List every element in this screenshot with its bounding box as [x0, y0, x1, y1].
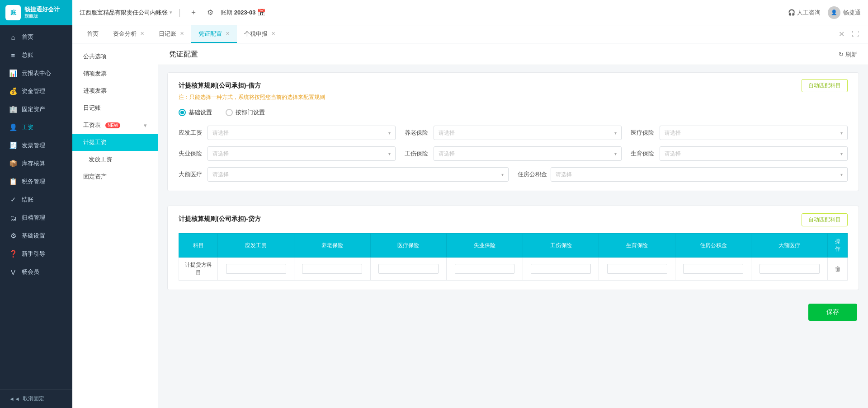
sidebar-item-guide-label: 新手引导	[22, 250, 45, 258]
left-menu-public[interactable]: 公共选项	[72, 48, 158, 65]
guide-icon: ❓	[9, 250, 17, 258]
period-selector[interactable]: 账期 2023-03 📅	[221, 9, 266, 17]
sidebar-item-inventory[interactable]: 📦 库存核算	[0, 155, 72, 173]
save-button[interactable]: 保存	[808, 304, 857, 321]
row-gongshang-input[interactable]	[531, 264, 591, 274]
row-yanglao-cell	[294, 258, 371, 281]
sidebar-toggle-btn[interactable]: ◄◄ 取消固定	[0, 389, 72, 408]
debit-auto-match-btn[interactable]: 自动匹配科目	[802, 79, 848, 92]
row-subject-label: 计提贷方科目	[179, 258, 218, 281]
row-delete-btn[interactable]: 🗑	[835, 265, 841, 272]
left-menu-payroll-disbursement[interactable]: 发放工资	[72, 151, 158, 168]
sidebar-item-settings[interactable]: ⚙ 基础设置	[0, 227, 72, 245]
sidebar-item-salary[interactable]: 👤 工资	[0, 118, 72, 136]
tab-voucher-close[interactable]: ✕	[226, 31, 230, 37]
logo-icon: 账	[5, 5, 21, 20]
field-shengyu-select[interactable]: 请选择 ▾	[660, 146, 848, 161]
support-btn[interactable]: 🎧 人工咨询	[788, 9, 821, 17]
sidebar-item-ledger[interactable]: ≡ 总账	[0, 46, 72, 64]
field-yingfa-gongzi: 应发工资 请选择 ▾	[179, 126, 396, 140]
tab-close-all-btn[interactable]: ✕	[837, 29, 846, 39]
col-yiliao: 医疗保险	[370, 234, 447, 258]
sidebar-item-assets[interactable]: 🏢 固定资产	[0, 100, 72, 118]
field-yingfa-select[interactable]: 请选择 ▾	[208, 126, 396, 140]
sidebar-item-inventory-label: 库存核算	[22, 159, 45, 168]
tab-funds[interactable]: 资金分析 ✕	[106, 25, 151, 43]
credit-table-header: 科目 应发工资 养老保险 医疗保险 失业保险 工伤保险 生育保险 住房公积金 大…	[179, 234, 848, 258]
new-badge: NEW	[105, 122, 120, 128]
main-area: 江西服宝精品有限责任公司内账张 ▾ | ＋ ⚙ 账期 2023-03 📅 🎧 人…	[72, 0, 868, 408]
sidebar-item-archive[interactable]: 🗂 归档管理	[0, 209, 72, 227]
field-yiliao-label: 医疗保险	[631, 129, 656, 137]
company-selector[interactable]: 江西服宝精品有限责任公司内账张 ▾	[80, 9, 172, 17]
field-gongshang-select[interactable]: 请选择 ▾	[434, 146, 622, 161]
field-daejiyiliao-select[interactable]: 请选择 ▾	[208, 167, 509, 182]
row-zhufang-input[interactable]	[683, 264, 743, 274]
left-menu-fixed-assets[interactable]: 固定资产	[72, 168, 158, 185]
sidebar-item-checkout-label: 结账	[22, 196, 33, 204]
row-yingfa-cell	[218, 258, 294, 281]
tab-tax[interactable]: 个税申报 ✕	[237, 25, 283, 43]
page-header: 凭证配置 ↻ 刷新	[158, 43, 868, 65]
invoice-icon: 🧾	[9, 141, 17, 150]
user-menu[interactable]: 👤 畅捷通	[828, 6, 861, 19]
left-menu-payroll-accrual[interactable]: 计提工资	[72, 134, 158, 151]
tab-voucher[interactable]: 凭证配置 ✕	[191, 25, 237, 43]
tab-journal-close[interactable]: ✕	[180, 31, 184, 37]
left-menu-purchase-invoice[interactable]: 进项发票	[72, 82, 158, 99]
col-yanglao: 养老保险	[294, 234, 371, 258]
tab-journal[interactable]: 日记账 ✕	[151, 25, 191, 43]
field-yiliao-arrow: ▾	[840, 131, 843, 136]
sidebar-item-checkout[interactable]: ✓ 结账	[0, 191, 72, 209]
debit-section-title: 计提核算规则(公司承担)-借方	[179, 82, 325, 90]
debit-fields-row2: 大额医疗 请选择 ▾ 住房公积金 请选择 ▾	[179, 167, 848, 182]
field-gongshang-label: 工伤保险	[405, 150, 430, 158]
left-menu-payroll-accrual-label: 计提工资	[83, 138, 107, 146]
toggle-icon: ◄◄	[9, 396, 20, 402]
left-menu-fixed-assets-label: 固定资产	[83, 173, 107, 181]
sidebar-item-tax[interactable]: 📋 税务管理	[0, 173, 72, 191]
field-yingfa-value: 请选择	[212, 129, 229, 137]
field-zhufang-select[interactable]: 请选择 ▾	[551, 167, 848, 182]
row-shiye-input[interactable]	[455, 264, 515, 274]
field-yiliao-select[interactable]: 请选择 ▾	[660, 126, 848, 140]
tab-expand-btn[interactable]: ⛶	[850, 29, 861, 39]
field-zhufang-gongjijin: 住房公积金 请选择 ▾	[518, 167, 848, 182]
radio-basic[interactable]: 基础设置	[179, 108, 212, 117]
sidebar-item-reports[interactable]: 📊 云报表中心	[0, 64, 72, 82]
sidebar-item-funds[interactable]: 💰 资金管理	[0, 82, 72, 100]
sidebar-item-guide[interactable]: ❓ 新手引导	[0, 245, 72, 263]
sidebar: 账 畅捷通好会计 旗舰版 ⌂ 首页 ≡ 总账 📊 云报表中心 💰 资金管理 🏢 …	[0, 0, 72, 408]
row-yanglao-input[interactable]	[302, 264, 362, 274]
field-shiye-select[interactable]: 请选择 ▾	[208, 146, 396, 161]
salary-icon: 👤	[9, 123, 17, 131]
row-daejiyiliao-input[interactable]	[760, 264, 820, 274]
field-zhufang-arrow: ▾	[840, 172, 843, 177]
row-zhufang-cell	[675, 258, 751, 281]
tab-funds-close[interactable]: ✕	[140, 31, 144, 37]
row-yingfa-input[interactable]	[226, 264, 286, 274]
left-menu-journal[interactable]: 日记账	[72, 99, 158, 117]
row-shengyu-input[interactable]	[607, 264, 667, 274]
sidebar-toggle-label: 取消固定	[23, 395, 44, 403]
radio-dept[interactable]: 按部门设置	[226, 108, 265, 117]
row-yiliao-input[interactable]	[378, 264, 439, 274]
field-yanglao-select[interactable]: 请选择 ▾	[434, 126, 622, 140]
refresh-btn[interactable]: ↻ 刷新	[839, 51, 857, 59]
tab-home[interactable]: 首页	[80, 25, 106, 43]
field-daejiyiliao-arrow: ▾	[501, 172, 504, 177]
add-company-btn[interactable]: ＋	[187, 7, 200, 18]
topbar: 江西服宝精品有限责任公司内账张 ▾ | ＋ ⚙ 账期 2023-03 📅 🎧 人…	[72, 0, 868, 25]
sidebar-item-vip[interactable]: V 畅会员	[0, 263, 72, 281]
sidebar-item-home[interactable]: ⌂ 首页	[0, 28, 72, 46]
settings-btn[interactable]: ⚙	[204, 7, 216, 18]
sidebar-item-invoice[interactable]: 🧾 发票管理	[0, 136, 72, 155]
left-menu-payroll-table[interactable]: 工资表 NEW ▾	[72, 117, 158, 134]
sidebar-item-reports-label: 云报表中心	[22, 69, 51, 77]
field-shiye-baoxian: 失业保险 请选择 ▾	[179, 146, 396, 161]
debit-fields-row1: 应发工资 请选择 ▾ 养老保险 请选择 ▾ 医疗	[179, 126, 848, 161]
field-yiliao-value: 请选择	[665, 129, 681, 137]
tab-tax-close[interactable]: ✕	[271, 31, 275, 37]
left-menu-sales-invoice[interactable]: 销项发票	[72, 65, 158, 82]
credit-auto-match-btn[interactable]: 自动匹配科目	[802, 213, 848, 226]
